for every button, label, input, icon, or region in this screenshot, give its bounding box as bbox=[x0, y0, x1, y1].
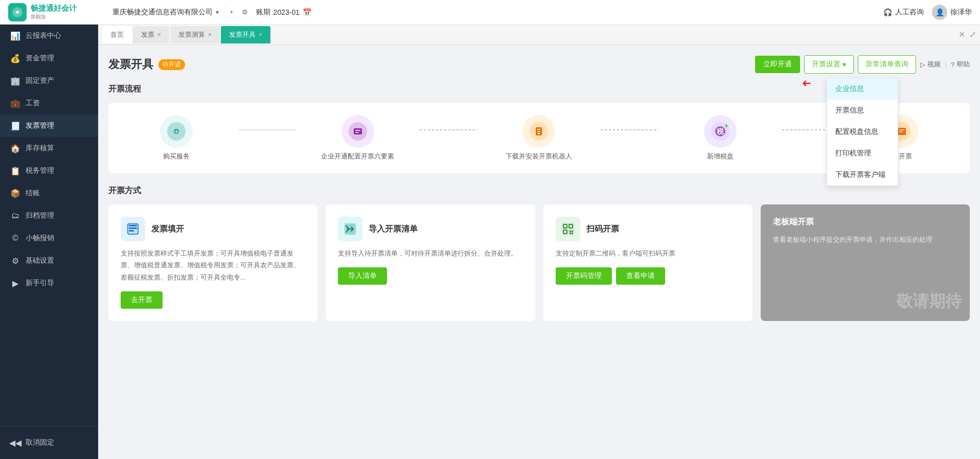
sidebar-label-funds: 资金管理 bbox=[26, 54, 54, 63]
status-badge: 待开通 bbox=[158, 59, 185, 70]
tab-invoice-open[interactable]: 发票开具 × bbox=[221, 26, 270, 43]
divider-2 bbox=[420, 129, 477, 130]
tab-bar: 首页 发票 × 发票测算 × 发票开具 × ✕ ⤢ bbox=[98, 25, 980, 45]
svg-text:税: 税 bbox=[716, 127, 724, 135]
sidebar-label-invoice-mgmt: 发票管理 bbox=[26, 121, 54, 130]
settlement-icon: 📦 bbox=[10, 188, 20, 198]
methods-section: 开票方式 bbox=[108, 186, 970, 321]
method-scan-header: 扫码开票 bbox=[556, 217, 740, 241]
settings-dropdown-menu: 企业信息 开票信息 配置税盘信息 打印机管理 下载开票客户端 bbox=[827, 78, 898, 186]
tab-home-label: 首页 bbox=[110, 30, 124, 39]
dropdown-item-company-info[interactable]: 企业信息 bbox=[827, 78, 898, 100]
tab-home[interactable]: 首页 bbox=[102, 26, 132, 43]
sidebar-item-reports[interactable]: 📊 云报表中心 bbox=[0, 25, 98, 47]
logo-main-text: 畅捷通好会计 bbox=[31, 4, 77, 13]
dropdown-item-tax-config[interactable]: 配置税盘信息 bbox=[827, 121, 898, 143]
sidebar-item-cancel-pin[interactable]: ◀◀ 取消固定 bbox=[0, 431, 98, 454]
activate-btn[interactable]: 立即开通 bbox=[755, 56, 800, 73]
calendar-icon[interactable]: 📅 bbox=[303, 8, 311, 16]
settings-dropdown-wrapper: 开票设置 ▾ bbox=[804, 55, 854, 74]
sidebar-item-funds[interactable]: 💰 资金管理 bbox=[0, 47, 98, 70]
settings-btn-label: 开票设置 bbox=[812, 60, 840, 69]
dropdown-item-printer[interactable]: 打印机管理 bbox=[827, 143, 898, 164]
svg-rect-33 bbox=[569, 233, 571, 234]
period-label: 账期 bbox=[256, 8, 270, 17]
method-import-title: 导入开票清单 bbox=[369, 224, 418, 235]
tab-invoice[interactable]: 发票 × bbox=[133, 26, 169, 43]
svg-rect-34 bbox=[572, 233, 573, 234]
company-selector[interactable]: 重庆畅捷交通信息咨询有限公司 ▾ bbox=[106, 5, 225, 20]
divider: | bbox=[945, 60, 947, 68]
maximize-window-btn[interactable]: ⤢ bbox=[969, 30, 976, 39]
process-step-add-disk: 税 + 新增税盘 bbox=[663, 115, 778, 161]
video-btn[interactable]: ▷ 视频 bbox=[920, 60, 941, 69]
sidebar-item-invoice-mgmt[interactable]: 🧾 发票管理 bbox=[0, 114, 98, 137]
sidebar-label-report2: 小畅报销 bbox=[26, 234, 54, 243]
sidebar-item-basic[interactable]: ⚙ 基础设置 bbox=[0, 249, 98, 272]
sidebar-item-archive[interactable]: 🗂 归档管理 bbox=[0, 204, 98, 227]
method-scan-desc: 支持定制开票二维码，客户端可扫码开票 bbox=[556, 247, 740, 259]
svg-rect-22 bbox=[129, 227, 137, 229]
sidebar-label-basic: 基础设置 bbox=[26, 256, 54, 265]
sidebar-item-salary[interactable]: 💼 工资 bbox=[0, 92, 98, 114]
import-btn[interactable]: 导入清单 bbox=[338, 267, 387, 285]
page-title: 发票开具 待开通 bbox=[108, 57, 185, 72]
sidebar-item-assets[interactable]: 🏢 固定资产 bbox=[0, 70, 98, 92]
go-btn[interactable]: 去开票 bbox=[121, 291, 163, 309]
settings-chevron-icon: ▾ bbox=[842, 60, 846, 68]
tab-invoice-calc[interactable]: 发票测算 × bbox=[170, 26, 220, 43]
qr-mgmt-btn[interactable]: 开票码管理 bbox=[556, 267, 612, 285]
red-arrow-indicator: ➜ bbox=[802, 77, 811, 90]
period-value: 2023-01 bbox=[274, 8, 300, 16]
help-btn[interactable]: ? 帮助 bbox=[951, 60, 970, 69]
tab-invoice-calc-close[interactable]: × bbox=[208, 31, 212, 38]
close-window-btn[interactable]: ✕ bbox=[959, 30, 965, 39]
reports-icon: 📊 bbox=[10, 31, 20, 41]
page-content: 发票开具 待开通 立即开通 开票设置 ▾ 异常清单查询 bbox=[98, 45, 980, 459]
basic-icon: ⚙ bbox=[10, 256, 20, 266]
sidebar-item-tax[interactable]: 📋 税务管理 bbox=[0, 159, 98, 182]
dropdown-item-invoice-info[interactable]: 开票信息 bbox=[827, 100, 898, 121]
svg-rect-23 bbox=[129, 230, 134, 232]
svg-text:+: + bbox=[724, 122, 728, 130]
page-title-text: 发票开具 bbox=[108, 57, 153, 72]
divider-3 bbox=[601, 129, 658, 130]
sidebar-label-archive: 归档管理 bbox=[26, 211, 54, 220]
abnormal-btn[interactable]: 异常清单查询 bbox=[858, 55, 916, 74]
add-company-btn[interactable]: + bbox=[230, 8, 234, 16]
report2-icon: © bbox=[10, 233, 20, 243]
svg-rect-32 bbox=[572, 231, 573, 232]
logo-sub-text: 旗舰版 bbox=[31, 13, 77, 20]
settings-btn[interactable]: 开票设置 ▾ bbox=[804, 55, 854, 74]
chevron-down-icon: ▾ bbox=[216, 9, 219, 16]
funds-icon: 💰 bbox=[10, 53, 20, 63]
logo-icon bbox=[8, 3, 27, 21]
view-apply-btn[interactable]: 查看申请 bbox=[616, 267, 665, 285]
top-actions: + ⚙ 账期 2023-01 📅 bbox=[230, 8, 311, 17]
sidebar-item-inventory[interactable]: 🏠 库存核算 bbox=[0, 137, 98, 159]
support-label: 人工咨询 bbox=[895, 8, 924, 17]
step-download-label: 下载并安装开票机器人 bbox=[506, 152, 572, 161]
sidebar-item-settlement[interactable]: 📦 结账 bbox=[0, 182, 98, 204]
tab-invoice-open-close[interactable]: × bbox=[259, 31, 262, 38]
help-label: 帮助 bbox=[956, 60, 970, 69]
step-add-disk-icon: 税 + bbox=[704, 115, 737, 148]
dropdown-item-download-client[interactable]: 下载开票客户端 bbox=[827, 164, 898, 186]
tab-invoice-close[interactable]: × bbox=[157, 31, 161, 38]
svg-rect-17 bbox=[898, 128, 906, 135]
support-info[interactable]: 🎧 人工咨询 bbox=[883, 8, 924, 17]
sidebar-item-report2[interactable]: © 小畅报销 bbox=[0, 227, 98, 249]
method-fill-desc: 支持按照发票样式手工填开发票；可开具增值税电子普通发票、增值税普通发票、增值税专… bbox=[121, 247, 305, 283]
headset-icon: 🎧 bbox=[883, 8, 892, 16]
video-label: 视频 bbox=[927, 60, 941, 69]
salary-icon: 💼 bbox=[10, 98, 20, 108]
method-fill-icon bbox=[121, 217, 145, 241]
settings-btn[interactable]: ⚙ bbox=[242, 8, 248, 16]
pin-icon: ◀◀ bbox=[10, 438, 20, 448]
method-card-import: 导入开票清单 支持导入待开票清单，可对待开票清单进行拆分、合并处理。 导入清单 bbox=[326, 204, 535, 321]
top-right: 🎧 人工咨询 👤 徐泽华 bbox=[883, 5, 972, 20]
step-add-disk-label: 新增税盘 bbox=[707, 152, 734, 161]
user-info[interactable]: 👤 徐泽华 bbox=[932, 5, 972, 20]
sidebar-item-guide[interactable]: ▶ 新手引导 bbox=[0, 272, 98, 294]
method-scan-icon bbox=[556, 217, 580, 241]
